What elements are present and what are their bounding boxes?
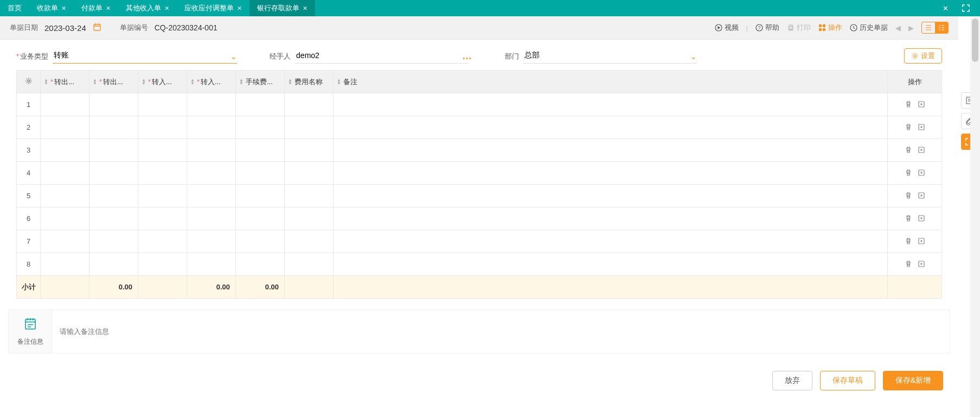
svg-rect-8 bbox=[823, 24, 825, 27]
row-number: 6 bbox=[17, 207, 41, 230]
svg-text:?: ? bbox=[758, 25, 760, 30]
tab-home[interactable]: 首页 bbox=[0, 0, 29, 16]
delete-row-icon[interactable] bbox=[904, 168, 913, 178]
table-row[interactable]: 2 bbox=[17, 116, 942, 139]
delete-row-icon[interactable] bbox=[904, 122, 913, 132]
calendar-icon[interactable] bbox=[93, 23, 101, 33]
toolbar: 单据日期 2023-03-24 单据编号 CQ-20230324-001 视频 … bbox=[0, 16, 958, 40]
tab-payment[interactable]: 付款单✕ bbox=[74, 0, 118, 16]
delete-row-icon[interactable] bbox=[904, 145, 913, 155]
tab-other-income[interactable]: 其他收入单✕ bbox=[118, 0, 177, 16]
delete-row-icon[interactable] bbox=[904, 236, 913, 246]
prev-doc-icon[interactable]: ◀ bbox=[895, 24, 901, 32]
delete-row-icon[interactable] bbox=[904, 259, 913, 269]
add-row-icon[interactable] bbox=[917, 191, 926, 200]
video-button[interactable]: 视频 bbox=[715, 23, 739, 33]
main-panel: 单据日期 2023-03-24 单据编号 CQ-20230324-001 视频 … bbox=[0, 16, 958, 417]
save-draft-button[interactable]: 保存草稿 bbox=[820, 371, 875, 390]
add-row-icon[interactable] bbox=[917, 259, 926, 269]
table-row[interactable]: 7 bbox=[17, 230, 942, 253]
help-button[interactable]: ? 帮助 bbox=[755, 23, 779, 33]
dept-field[interactable]: 部门 ⌄ bbox=[505, 49, 697, 64]
view-list-icon[interactable] bbox=[922, 22, 935, 33]
delete-row-icon[interactable] bbox=[904, 191, 913, 200]
svg-rect-22 bbox=[25, 319, 35, 329]
view-toggle bbox=[921, 22, 949, 34]
row-number: 7 bbox=[17, 230, 41, 253]
table-row[interactable]: 5 bbox=[17, 185, 942, 207]
view-grid-icon[interactable] bbox=[935, 22, 948, 33]
close-icon[interactable]: ✕ bbox=[106, 5, 111, 12]
column-config[interactable] bbox=[17, 71, 41, 93]
vertical-scrollbar[interactable] bbox=[970, 16, 980, 417]
handler-input[interactable] bbox=[295, 49, 469, 64]
close-icon[interactable]: ✕ bbox=[61, 5, 66, 12]
svg-rect-9 bbox=[819, 28, 822, 31]
fullscreen-icon[interactable] bbox=[958, 1, 973, 16]
date-value[interactable]: 2023-03-24 bbox=[44, 23, 86, 33]
close-window-icon[interactable]: ✕ bbox=[938, 1, 953, 16]
save-new-button[interactable]: 保存&新增 bbox=[883, 371, 943, 390]
tab-ar-ap-adjust[interactable]: 应收应付调整单✕ bbox=[177, 0, 249, 16]
row-number: 1 bbox=[17, 93, 41, 116]
tab-receipt[interactable]: 收款单✕ bbox=[29, 0, 74, 16]
add-row-icon[interactable] bbox=[917, 145, 926, 155]
footer-actions: 放弃 保存草稿 保存&新增 bbox=[0, 361, 958, 390]
remarks-block: 备注信息 bbox=[8, 309, 950, 353]
col-fee[interactable]: ▲▼手续费... bbox=[236, 71, 285, 93]
table-row[interactable]: 1 bbox=[17, 93, 942, 116]
svg-point-13 bbox=[28, 80, 30, 82]
settings-button[interactable]: 设置 bbox=[904, 48, 942, 64]
table-row[interactable]: 4 bbox=[17, 162, 942, 185]
svg-rect-5 bbox=[789, 25, 792, 27]
next-doc-icon[interactable]: ▶ bbox=[908, 24, 914, 32]
add-row-icon[interactable] bbox=[917, 99, 926, 109]
close-icon[interactable]: ✕ bbox=[237, 5, 242, 12]
history-button[interactable]: 历史单据 bbox=[850, 23, 888, 33]
print-button[interactable]: 打印 bbox=[787, 23, 811, 33]
close-icon[interactable]: ✕ bbox=[303, 5, 308, 12]
more-icon[interactable]: … bbox=[462, 50, 472, 62]
row-number: 4 bbox=[17, 162, 41, 185]
col-fee-name[interactable]: ▲▼费用名称 bbox=[285, 71, 334, 93]
docno-value: CQ-20230324-001 bbox=[155, 23, 217, 32]
biz-type-field[interactable]: *业务类型 ⌄ bbox=[16, 49, 237, 64]
close-icon[interactable]: ✕ bbox=[164, 5, 169, 12]
col-ops: 操作 bbox=[888, 71, 942, 93]
form-row: *业务类型 ⌄ 经手人 … 部门 ⌄ 设置 bbox=[0, 40, 958, 70]
col-remark[interactable]: ▲▼备注 bbox=[334, 71, 888, 93]
chevron-down-icon[interactable]: ⌄ bbox=[690, 52, 697, 61]
biz-type-input[interactable] bbox=[53, 49, 237, 64]
table-row[interactable]: 8 bbox=[17, 253, 942, 276]
scrollbar-thumb[interactable] bbox=[972, 18, 978, 62]
col-out-account[interactable]: ▲▼*转出... bbox=[41, 71, 89, 93]
tab-bank-transfer[interactable]: 银行存取款单✕ bbox=[249, 0, 315, 16]
col-out-amount[interactable]: ▲▼*转出... bbox=[89, 71, 138, 93]
row-number: 2 bbox=[17, 116, 41, 139]
table-row[interactable]: 6 bbox=[17, 207, 942, 230]
col-in-amount[interactable]: ▲▼*转入... bbox=[187, 71, 236, 93]
operate-button[interactable]: 操作 bbox=[818, 23, 842, 33]
add-row-icon[interactable] bbox=[917, 213, 926, 223]
remarks-input[interactable] bbox=[52, 310, 950, 353]
dept-input[interactable] bbox=[523, 49, 697, 64]
data-table: ▲▼*转出... ▲▼*转出... ▲▼*转入... ▲▼*转入... ▲▼手续… bbox=[0, 70, 958, 299]
delete-row-icon[interactable] bbox=[904, 99, 913, 109]
add-row-icon[interactable] bbox=[917, 168, 926, 178]
handler-field[interactable]: 经手人 … bbox=[270, 49, 472, 64]
discard-button[interactable]: 放弃 bbox=[772, 371, 812, 390]
subtotal-row: 小计 0.00 0.00 0.00 bbox=[17, 276, 942, 299]
col-in-account[interactable]: ▲▼*转入... bbox=[138, 71, 187, 93]
table-row[interactable]: 3 bbox=[17, 139, 942, 162]
row-number: 3 bbox=[17, 139, 41, 162]
svg-rect-10 bbox=[823, 28, 825, 31]
add-row-icon[interactable] bbox=[917, 122, 926, 132]
add-row-icon[interactable] bbox=[917, 236, 926, 246]
chevron-down-icon[interactable]: ⌄ bbox=[230, 52, 237, 61]
row-number: 5 bbox=[17, 185, 41, 207]
gear-icon bbox=[25, 78, 33, 86]
remarks-side: 备注信息 bbox=[9, 310, 52, 353]
tab-bar: 首页 收款单✕ 付款单✕ 其他收入单✕ 应收应付调整单✕ 银行存取款单✕ ✕ bbox=[0, 0, 980, 16]
notes-icon bbox=[23, 317, 37, 334]
delete-row-icon[interactable] bbox=[904, 213, 913, 223]
